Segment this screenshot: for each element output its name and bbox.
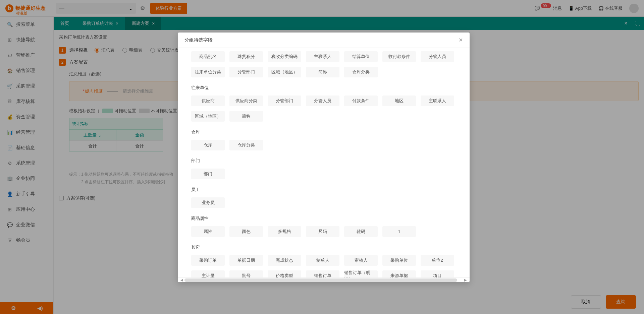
field-chip[interactable]: 部门 xyxy=(191,169,225,179)
field-chip[interactable]: 分管部门 xyxy=(229,67,263,77)
field-chip[interactable]: 采购单位 xyxy=(382,255,416,266)
field-chip[interactable]: 多规格 xyxy=(268,226,301,237)
modal-hscrollbar[interactable]: ◀ ▶ xyxy=(178,277,470,282)
field-chip[interactable]: 采购订单 xyxy=(191,255,225,266)
field-chip[interactable]: 供应商 xyxy=(191,96,225,106)
field-chip[interactable]: 地区 xyxy=(382,96,416,106)
field-group-title: 部门 xyxy=(191,158,456,164)
field-chip[interactable]: 商品别名 xyxy=(191,51,225,62)
field-group-title: 往来单位 xyxy=(191,85,456,91)
field-chip[interactable]: 供应商分类 xyxy=(229,96,263,106)
field-chip[interactable]: 鞋码 xyxy=(344,226,378,237)
field-chip[interactable]: 分管人员 xyxy=(306,96,339,106)
field-chip[interactable]: 单据日期 xyxy=(229,255,263,266)
modal-body: 商品别名珠货积分税收分类编码主联系人结算单位收付款条件分管人员 往来单位分类分管… xyxy=(178,48,470,277)
field-chip[interactable]: 价格类型 xyxy=(268,270,301,277)
field-group-title: 仓库 xyxy=(191,129,456,135)
field-chip[interactable]: 收付款条件 xyxy=(382,51,416,62)
field-group-title: 其它 xyxy=(191,244,456,250)
field-chip[interactable]: 尺码 xyxy=(306,226,339,237)
field-chip[interactable]: 分管部门 xyxy=(268,96,301,106)
field-chip[interactable]: 项目 xyxy=(421,270,454,277)
field-group-title: 员工 xyxy=(191,187,456,193)
field-chip[interactable]: 批号 xyxy=(229,270,263,277)
field-select-modal: 分组待选字段 ✕ 商品别名珠货积分税收分类编码主联系人结算单位收付款条件分管人员… xyxy=(178,33,470,282)
field-chip[interactable]: 完成状态 xyxy=(268,255,301,266)
field-chip[interactable]: 简称 xyxy=(229,111,263,122)
field-chip[interactable]: 结算单位 xyxy=(344,51,378,62)
scroll-left-icon[interactable]: ◀ xyxy=(180,278,184,282)
field-chip[interactable]: 审核人 xyxy=(344,255,378,266)
scroll-thumb[interactable] xyxy=(184,278,457,282)
field-chip[interactable]: 分管人员 xyxy=(421,51,454,62)
field-group-title: 商品属性 xyxy=(191,215,456,222)
field-chip[interactable]: 制单人 xyxy=(306,255,339,266)
field-chip[interactable]: 仓库 xyxy=(191,140,225,150)
field-chip[interactable]: 颜色 xyxy=(229,226,263,237)
field-chip[interactable]: 1 xyxy=(382,226,416,237)
close-icon[interactable]: ✕ xyxy=(459,37,463,43)
field-chip[interactable]: 销售订单（明细） xyxy=(344,270,378,277)
field-chip[interactable]: 税收分类编码 xyxy=(268,51,301,62)
field-chip[interactable]: 仓库分类 xyxy=(344,67,378,77)
field-chip[interactable]: 仓库分类 xyxy=(229,140,263,150)
field-chip[interactable]: 付款条件 xyxy=(344,96,378,106)
field-chip[interactable]: 主计量 xyxy=(191,270,225,277)
field-chip[interactable]: 销售订单 xyxy=(306,270,339,277)
scroll-track[interactable] xyxy=(184,278,463,282)
field-chip[interactable]: 主联系人 xyxy=(306,51,339,62)
field-chip[interactable]: 单位2 xyxy=(421,255,454,266)
field-chip[interactable]: 业务员 xyxy=(191,197,225,208)
field-chip[interactable]: 属性 xyxy=(191,226,225,237)
field-chip[interactable]: 往来单位分类 xyxy=(191,67,225,77)
field-chip[interactable]: 区域（地区） xyxy=(268,67,301,77)
modal-header: 分组待选字段 ✕ xyxy=(178,33,470,48)
field-chip[interactable]: 简称 xyxy=(306,67,339,77)
field-chip[interactable]: 区域（地区） xyxy=(191,111,225,122)
scroll-right-icon[interactable]: ▶ xyxy=(464,278,468,282)
field-chip[interactable]: 来源单据 xyxy=(382,270,416,277)
field-chip[interactable]: 珠货积分 xyxy=(229,51,263,62)
field-chip[interactable]: 主联系人 xyxy=(421,96,454,106)
modal-title: 分组待选字段 xyxy=(184,37,213,43)
